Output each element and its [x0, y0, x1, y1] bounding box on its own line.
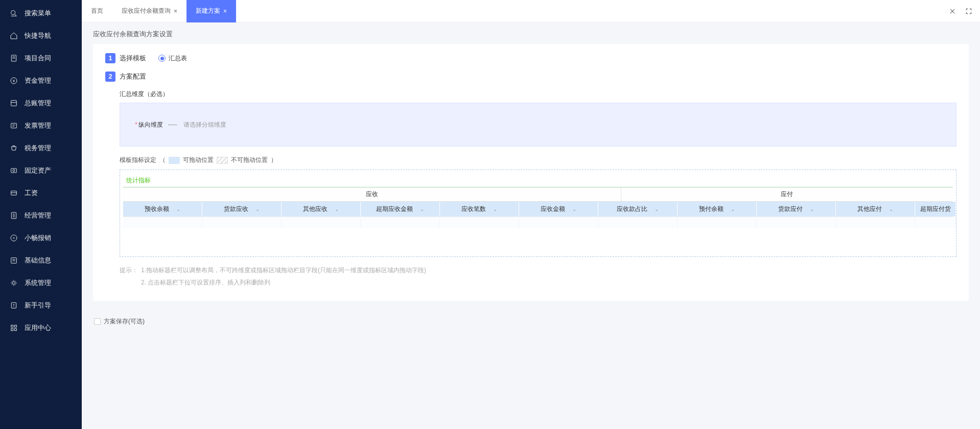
chevron-down-icon: ⌄ — [810, 206, 814, 212]
contract-icon — [9, 54, 18, 63]
sidebar-item-label: 项目合同 — [25, 54, 51, 63]
svg-rect-31 — [11, 328, 13, 330]
data-cell — [361, 217, 440, 228]
save-scheme-checkbox[interactable] — [94, 318, 101, 325]
config-panel: 1 选择模板 汇总表 2 方案配置 汇总维度（必选） — [93, 44, 969, 301]
tab-bar: 首页 应收应付余额查询 × 新建方案 × — [82, 0, 980, 22]
group-dimension-input[interactable] — [182, 117, 239, 132]
sidebar-item-basic-info[interactable]: 基础信息 — [0, 249, 82, 272]
sidebar-item-label: 新手引导 — [25, 301, 51, 310]
sidebar-item-general-ledger[interactable]: 总账管理 — [0, 92, 82, 114]
sidebar-item-guide[interactable]: 新手引导 — [0, 294, 82, 317]
table-group-row: 应收 应付 — [123, 187, 953, 202]
col-header[interactable]: 货款应付⌄ — [757, 202, 836, 217]
search-icon — [9, 9, 18, 18]
tab-label: 新建方案 — [196, 7, 220, 15]
sidebar-item-search-menu[interactable]: 搜索菜单 — [0, 2, 82, 25]
radio-label: 汇总表 — [169, 54, 187, 63]
radio-summary-table[interactable]: 汇总表 — [158, 54, 187, 63]
template-radio-group: 汇总表 — [158, 54, 187, 63]
tab-home[interactable]: 首页 — [82, 0, 112, 22]
data-cell — [757, 217, 836, 228]
svg-rect-30 — [14, 325, 16, 327]
chevron-down-icon: ⌄ — [255, 206, 260, 212]
col-header[interactable]: 预付余额⌄ — [678, 202, 757, 217]
dimension-box: *纵向维度 — [120, 103, 956, 147]
col-header[interactable]: 超期应付货 — [915, 202, 956, 217]
vertical-dimension-row: *纵向维度 — [132, 117, 944, 132]
radio-icon — [158, 55, 166, 62]
chevron-down-icon: ⌄ — [420, 206, 424, 212]
col-header[interactable]: 其他应付⌄ — [836, 202, 915, 217]
info-icon — [9, 256, 18, 265]
col-header[interactable]: 应收金额⌄ — [519, 202, 598, 217]
col-header[interactable]: 应收笔数⌄ — [440, 202, 519, 217]
sidebar-item-app-center[interactable]: 应用中心 — [0, 317, 82, 339]
svg-rect-13 — [11, 169, 17, 173]
sidebar-item-label: 资金管理 — [25, 76, 51, 85]
sidebar-item-label: 搜索菜单 — [25, 9, 51, 18]
svg-text:¥: ¥ — [13, 79, 15, 83]
sidebar-item-system-mgmt[interactable]: 系统管理 — [0, 272, 82, 294]
main: 首页 应收应付余额查询 × 新建方案 × 应收应付余额查询方案设置 — [82, 0, 980, 429]
sidebar-item-tax-mgmt[interactable]: 税务管理 — [0, 137, 82, 159]
vertical-dimension-label: *纵向维度 — [132, 121, 163, 129]
sidebar-item-label: 基础信息 — [25, 256, 51, 265]
legend-draggable-swatch — [169, 157, 180, 164]
system-icon — [9, 278, 18, 288]
close-all-button[interactable] — [945, 4, 960, 18]
fullscreen-button[interactable] — [962, 4, 976, 18]
close-icon[interactable]: × — [174, 8, 177, 15]
step-1-label: 选择模板 — [120, 54, 146, 63]
sidebar-item-fixed-asset[interactable]: 固定资产 — [0, 159, 82, 182]
sidebar-item-reimburse[interactable]: 小畅报销 — [0, 227, 82, 249]
data-cell — [836, 217, 915, 228]
svg-point-27 — [13, 304, 14, 305]
chevron-down-icon: ⌄ — [572, 206, 576, 212]
col-header[interactable]: 货款应收⌄ — [202, 202, 282, 217]
legend-locked-swatch — [217, 157, 228, 164]
sidebar-item-label: 固定资产 — [25, 166, 51, 175]
sidebar-item-label: 总账管理 — [25, 99, 51, 108]
close-icon[interactable]: × — [223, 8, 227, 15]
apps-icon — [9, 323, 18, 332]
sidebar-item-label: 发票管理 — [25, 121, 51, 130]
ledger-icon — [9, 99, 18, 108]
col-header[interactable]: 应收款占比⌄ — [598, 202, 678, 217]
group-header-payable: 应付 — [621, 187, 953, 202]
sidebar-item-label: 工资 — [25, 188, 38, 198]
sidebar-item-label: 快捷导航 — [25, 31, 51, 40]
sidebar-item-salary[interactable]: 工资 — [0, 182, 82, 204]
sidebar-item-label: 应用中心 — [25, 323, 51, 332]
dimension-title: 汇总维度（必选） — [120, 90, 956, 99]
tab-new-scheme[interactable]: 新建方案 × — [186, 0, 236, 22]
col-header[interactable]: 超期应收金额⌄ — [361, 202, 440, 217]
tax-icon — [9, 144, 18, 153]
tab-ar-ap-balance-query[interactable]: 应收应付余额查询 × — [112, 0, 186, 22]
tab-label: 应收应付余额查询 — [122, 7, 171, 15]
divider-icon — [168, 125, 177, 125]
chevron-down-icon: ⌄ — [889, 206, 893, 212]
col-header[interactable]: 其他应收⌄ — [282, 202, 361, 217]
sidebar-item-fund-mgmt[interactable]: ¥ 资金管理 — [0, 69, 82, 92]
indicator-table: 统计指标 应收 应付 预收余额⌄ 货款应收⌄ 其他应收⌄ 超期应收金额⌄ — [120, 170, 956, 257]
save-scheme-label: 方案保存(可选) — [104, 317, 145, 326]
sidebar-item-invoice-mgmt[interactable]: 发票管理 — [0, 114, 82, 137]
data-cell — [440, 217, 519, 228]
step-badge-1: 1 — [105, 53, 115, 63]
col-header[interactable]: 预收余额⌄ — [123, 202, 202, 217]
svg-rect-26 — [11, 303, 16, 308]
svg-point-0 — [11, 11, 15, 15]
svg-rect-10 — [11, 123, 17, 128]
data-cell — [123, 217, 202, 228]
money-icon: ¥ — [9, 76, 18, 85]
stat-indicator-label: 统计指标 — [123, 173, 953, 187]
reimburse-icon — [9, 233, 18, 243]
save-scheme-row: 方案保存(可选) — [82, 312, 980, 336]
sidebar-item-business-mgmt[interactable]: 经营管理 — [0, 204, 82, 227]
step-2-label: 方案配置 — [120, 72, 146, 81]
tab-label: 首页 — [91, 7, 103, 15]
sidebar-item-project-contract[interactable]: 项目合同 — [0, 47, 82, 69]
indicator-legend: 模板指标设定 （ 可拖动位置 不可拖动位置 ） — [120, 156, 956, 164]
sidebar-item-quick-nav[interactable]: 快捷导航 — [0, 25, 82, 47]
